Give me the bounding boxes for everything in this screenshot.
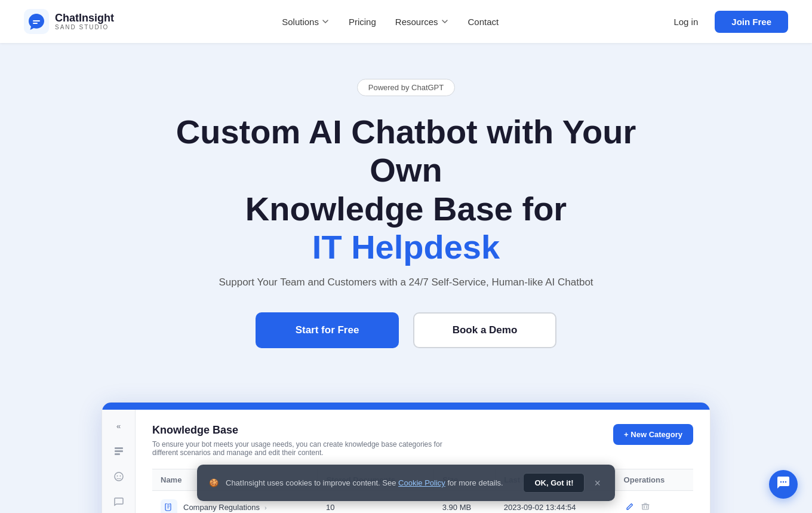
cookie-close-button[interactable]: × [592, 478, 603, 489]
powered-badge: Powered by ChatGPT [357, 79, 455, 96]
chevron-down-icon [321, 17, 330, 26]
kb-header: Knowledge Base To ensure your bot meets … [152, 424, 693, 457]
svg-point-4 [115, 472, 123, 481]
edit-button[interactable] [623, 500, 636, 513]
svg-rect-10 [165, 503, 171, 511]
sidebar-chat-icon[interactable] [112, 494, 126, 509]
cookie-banner: 🍪 ChatInsight uses cookies to improve co… [197, 465, 615, 501]
svg-rect-12 [167, 506, 170, 506]
login-button[interactable]: Log in [666, 13, 705, 30]
new-category-button[interactable]: + New Category [613, 424, 693, 445]
cookie-policy-link[interactable]: Cookie Policy [398, 478, 445, 487]
chevron-down-icon-2 [441, 17, 449, 26]
kb-header-text: Knowledge Base To ensure your bot meets … [152, 424, 451, 457]
svg-rect-2 [115, 450, 123, 452]
nav-solutions[interactable]: Solutions [282, 17, 330, 27]
sidebar-kb-icon[interactable] [112, 444, 126, 459]
book-a-demo-button[interactable]: Book a Demo [413, 312, 556, 348]
hero-section: Powered by ChatGPT Custom AI Chatbot wit… [0, 43, 812, 402]
sidebar-collapse-icon[interactable]: « [112, 419, 126, 434]
row-name: Company Regulations › [161, 499, 309, 513]
svg-rect-11 [167, 505, 170, 505]
kb-desc: To ensure your bot meets your usage need… [152, 440, 451, 457]
sidebar-bot-icon[interactable] [112, 469, 126, 484]
nav-pricing[interactable]: Pricing [349, 17, 376, 27]
cookie-text: ChatInsight uses cookies to improve cont… [226, 478, 516, 487]
hero-subtitle: Support Your Team and Customers with a 2… [215, 277, 597, 288]
logo-text: ChatInsight Sand Studio [55, 13, 114, 31]
svg-point-19 [780, 481, 782, 483]
cookie-emoji: 🍪 [209, 478, 219, 487]
chat-widget-icon [776, 475, 791, 493]
svg-rect-3 [115, 453, 120, 455]
start-for-free-button[interactable]: Start for Free [256, 312, 399, 348]
navbar-nav: Solutions Pricing Resources Contact [282, 17, 499, 27]
chat-widget-button[interactable] [769, 470, 798, 499]
logo-title: ChatInsight [55, 13, 114, 24]
svg-point-20 [783, 481, 784, 483]
hero-title-accent: IT Helpdesk [149, 228, 663, 266]
hero-buttons: Start for Free Book a Demo [12, 312, 800, 348]
logo-icon [24, 9, 49, 34]
svg-rect-14 [642, 505, 648, 509]
svg-rect-13 [167, 508, 169, 508]
navbar-actions: Log in Join Free [666, 11, 788, 33]
logo-sub: Sand Studio [55, 24, 114, 30]
dashboard-sidebar: « [102, 410, 136, 513]
join-free-button[interactable]: Join Free [715, 11, 788, 33]
svg-point-6 [119, 475, 121, 477]
row-ops-cell [615, 490, 693, 513]
nav-contact[interactable]: Contact [468, 17, 499, 27]
hero-title: Custom AI Chatbot with Your Own Knowledg… [149, 113, 663, 267]
cookie-ok-button[interactable]: OK, Got it! [523, 473, 585, 493]
kb-title: Knowledge Base [152, 424, 451, 437]
svg-rect-1 [115, 447, 123, 449]
logo[interactable]: ChatInsight Sand Studio [24, 9, 114, 34]
navbar: ChatInsight Sand Studio Solutions Pricin… [0, 0, 812, 43]
nav-resources[interactable]: Resources [395, 17, 449, 27]
dashboard-topbar [102, 403, 710, 410]
row-doc-icon [161, 499, 177, 513]
row-expand-icon[interactable]: › [264, 504, 267, 511]
svg-point-21 [785, 481, 786, 483]
col-operations: Operations [615, 469, 693, 490]
svg-point-5 [116, 475, 118, 477]
delete-button[interactable] [639, 500, 652, 513]
